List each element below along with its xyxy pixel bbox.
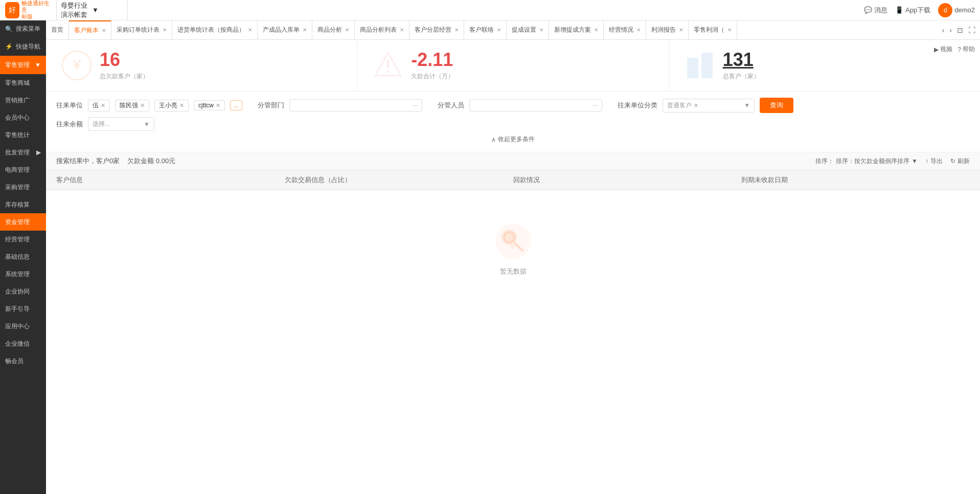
tab-prev-arrow[interactable]: ‹ — [940, 25, 947, 35]
export-button[interactable]: ↑ 导出 — [925, 157, 943, 166]
quick-nav[interactable]: ⚡ 快捷导航 — [0, 37, 46, 56]
tab-purchase-order-stats[interactable]: 采购订单统计表 ✕ — [111, 20, 172, 40]
tab-product-inbound[interactable]: 产成品入库单 ✕ — [258, 20, 312, 40]
filter-tag-close-cjttcw[interactable]: ✕ — [216, 102, 220, 109]
sidebar-item-retail-mall[interactable]: 零售商城 — [0, 74, 46, 92]
filter-row-2: 往来余额 选择... ▼ — [56, 117, 970, 131]
tab-goods-analysis[interactable]: 商品分析 ✕ — [312, 20, 355, 40]
total-debtors-label: 总欠款客户（家） — [100, 72, 149, 81]
sidebar: 🔍 搜索菜单 ⚡ 快捷导航 零售管理 ▼ 零售商城 营销推广 会员中心 零售统计 — [0, 20, 46, 494]
tab-close-operation[interactable]: ✕ — [636, 27, 641, 33]
tab-close-new-promo[interactable]: ✕ — [594, 27, 598, 33]
app-download-button[interactable]: 📱 App下载 — [895, 6, 930, 15]
sidebar-item-ecommerce[interactable]: 电商管理 — [0, 161, 46, 178]
sidebar-item-retail-mgmt[interactable]: 零售管理 ▼ — [0, 56, 46, 74]
col-debt-info: 欠款交易信息（占比） — [285, 175, 513, 185]
stat-total-debtors: ¥ 16 总欠款客户（家） — [46, 40, 357, 91]
tab-next-arrow[interactable]: › — [947, 25, 954, 35]
user-menu[interactable]: d demo2 — [938, 3, 975, 17]
tab-close-retail[interactable]: ✕ — [727, 27, 732, 33]
sidebar-item-purchase[interactable]: 采购管理 — [0, 178, 46, 196]
sidebar-item-inventory[interactable]: 库存核算 — [0, 196, 46, 213]
filter-tag-wang[interactable]: 王小亮 ✕ — [154, 100, 189, 111]
sidebar-item-system[interactable]: 系统管理 — [0, 265, 46, 283]
tab-fullscreen-icon[interactable]: ⛶ — [966, 25, 977, 35]
top-bar: 好 畅捷通好生意 标版 母婴行业演示帐套 ▼ 💬 消息 📱 App下载 d de… — [0, 0, 980, 20]
filter-row-1: 往来单位 伍 ✕ 陈民强 ✕ 王小亮 ✕ — [56, 98, 970, 113]
svg-point-4 — [387, 71, 389, 73]
sidebar-item-app-center[interactable]: 应用中心 — [0, 318, 46, 335]
stats-row: ¥ 16 总欠款客户（家） — [46, 40, 980, 92]
filter-more-tags[interactable]: ... — [230, 100, 242, 110]
tab-customer-segment[interactable]: 客户分层经营 ✕ — [409, 20, 464, 40]
unit-filter-label: 往来单位 — [56, 101, 83, 110]
messages-button[interactable]: 💬 消息 — [864, 6, 887, 15]
tab-close-profit[interactable]: ✕ — [679, 27, 683, 33]
filter-tag-chen[interactable]: 陈民强 ✕ — [115, 100, 149, 111]
sidebar-item-newbie-guide[interactable]: 新手引导 — [0, 300, 46, 318]
sort-selector[interactable]: 排序： 排序：按欠款金额倒序排序 ▼ — [815, 157, 918, 166]
tab-operation-status[interactable]: 经营情况 ✕ — [604, 20, 646, 40]
collapse-button[interactable]: ∧ 收起更多条件 — [56, 135, 970, 144]
svg-rect-5 — [687, 58, 698, 78]
tab-close-customer-book[interactable]: ✕ — [102, 28, 106, 33]
empty-text: 暂无数据 — [500, 267, 527, 276]
search-menu[interactable]: 🔍 搜索菜单 — [0, 20, 46, 37]
sidebar-item-basic-info[interactable]: 基础信息 — [0, 248, 46, 265]
tab-customer-book[interactable]: 客户账本 ✕ — [69, 20, 111, 40]
tab-close-incoming[interactable]: ✕ — [248, 27, 252, 33]
top-bar-right: 💬 消息 📱 App下载 d demo2 — [864, 3, 975, 17]
tab-incoming-stats[interactable]: 进货单统计表（按商品） ✕ — [172, 20, 258, 40]
manager-select[interactable]: ··· — [469, 99, 602, 111]
table-header: 客户信息 欠款交易信息（占比） 回款情况 到期未收款日期 — [46, 170, 980, 190]
svg-point-11 — [510, 242, 516, 249]
filter-tag-close-wang[interactable]: ✕ — [179, 102, 184, 109]
tab-expand-arrow[interactable]: ⊡ — [955, 25, 965, 35]
tab-home[interactable]: 首页 — [46, 20, 69, 40]
tab-retail-profit[interactable]: 零售利润（ ✕ — [689, 20, 737, 40]
filter-tag-wu[interactable]: 伍 ✕ — [88, 100, 110, 111]
sidebar-item-member-center[interactable]: 会员中心 — [0, 109, 46, 126]
svg-rect-6 — [701, 53, 713, 78]
result-bar: 搜索结果中，客户0家 欠款金额 0.00元 排序： 排序：按欠款金额倒序排序 ▼… — [46, 152, 980, 170]
search-result-text: 搜索结果中，客户0家 — [56, 156, 120, 166]
filter-tag-cjttcw[interactable]: cjttcw ✕ — [194, 100, 225, 110]
tab-close-contact[interactable]: ✕ — [497, 27, 501, 33]
sidebar-item-finance[interactable]: 资金管理 — [0, 213, 46, 231]
unit-category-select[interactable]: 普通客户 ✕ ▼ — [663, 99, 755, 113]
tab-close-inbound[interactable]: ✕ — [303, 27, 307, 33]
stat-total-debt: -2.11 欠款合计（万） — [357, 40, 669, 91]
dept-select[interactable]: ··· — [289, 99, 422, 111]
total-debt-label: 欠款合计（万） — [411, 72, 454, 81]
sidebar-item-chang-member[interactable]: 畅会员 — [0, 352, 46, 370]
sidebar-item-marketing[interactable]: 营销推广 — [0, 92, 46, 109]
balance-select[interactable]: 选择... ▼ — [88, 117, 154, 131]
tab-customer-contact[interactable]: 客户联络 ✕ — [464, 20, 507, 40]
tab-close-segment[interactable]: ✕ — [454, 27, 459, 33]
tab-new-promotion[interactable]: 新增提成方案 ✕ — [549, 20, 604, 40]
sidebar-item-enterprise-collab[interactable]: 企业协同 — [0, 283, 46, 300]
account-selector[interactable]: 母婴行业演示帐套 ▼ — [56, 0, 128, 21]
help-link[interactable]: ? 帮助 — [958, 45, 975, 54]
logo-icon: 好 — [5, 2, 19, 18]
video-link[interactable]: ▶ 视频 — [934, 45, 952, 54]
query-button[interactable]: 查询 — [760, 98, 793, 113]
dept-filter-label: 分管部门 — [258, 101, 284, 110]
sidebar-item-wholesale-mgmt[interactable]: 批发管理 ▶ — [0, 144, 46, 161]
total-debtors-number: 16 — [100, 51, 149, 69]
tab-close-purchase[interactable]: ✕ — [163, 27, 167, 33]
tab-profit-report[interactable]: 利润报告 ✕ — [646, 20, 689, 40]
tab-close-goods-analysis[interactable]: ✕ — [345, 27, 349, 33]
sidebar-item-operations[interactable]: 经营管理 — [0, 231, 46, 248]
category-tag-close[interactable]: ✕ — [694, 102, 698, 109]
filter-tag-close-wu[interactable]: ✕ — [101, 102, 105, 109]
tab-close-promo-settings[interactable]: ✕ — [539, 27, 543, 33]
refresh-button[interactable]: ↻ 刷新 — [950, 157, 970, 166]
tab-close-goods-list[interactable]: ✕ — [400, 27, 404, 33]
sidebar-item-enterprise-wechat[interactable]: 企业微信 — [0, 335, 46, 352]
tab-promotion-settings[interactable]: 提成设置 ✕ — [507, 20, 549, 40]
filter-tag-close-chen[interactable]: ✕ — [140, 102, 145, 109]
sidebar-item-retail-stats[interactable]: 零售统计 — [0, 126, 46, 144]
empty-icon — [493, 221, 534, 262]
tab-goods-analysis-list[interactable]: 商品分析列表 ✕ — [355, 20, 409, 40]
